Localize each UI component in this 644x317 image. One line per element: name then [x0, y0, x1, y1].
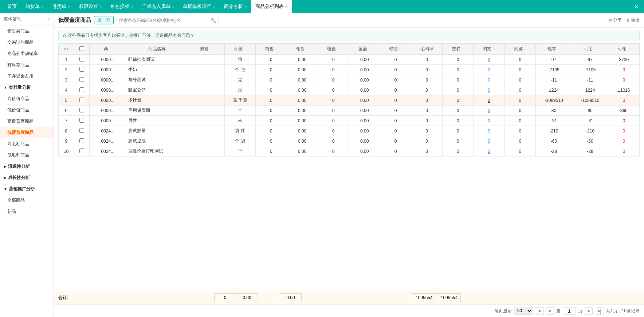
row-checkbox[interactable] — [74, 75, 90, 85]
sidebar-item-low-margin[interactable]: 低毛利商品 — [0, 150, 54, 161]
close-icon[interactable]: × — [244, 0, 247, 13]
sidebar-group-circulation[interactable]: ▶ 流通性分析 — [0, 161, 54, 172]
sidebar-item-low-coverage[interactable]: 低覆盖度商品 — [0, 127, 54, 138]
row-select[interactable] — [79, 98, 84, 102]
sidebar-item-sales-products[interactable]: 销售类商品 — [0, 25, 54, 37]
col-checkbox[interactable] — [74, 44, 90, 55]
row-browse1[interactable]: 0 — [474, 75, 504, 85]
row-select[interactable] — [79, 108, 84, 112]
row-browse1[interactable]: 0 — [474, 95, 504, 106]
select-all-checkbox[interactable] — [79, 46, 84, 51]
row-browse1[interactable]: 0 — [474, 136, 504, 146]
nav-item-permissions[interactable]: 权限设置 × — [75, 0, 106, 13]
col-sales3[interactable]: 销售... — [380, 44, 411, 55]
next-page-button[interactable]: > — [585, 307, 593, 315]
sidebar-item-new-products[interactable]: 新品 — [0, 206, 54, 217]
share-button[interactable]: ⎘ 分享 — [609, 17, 622, 23]
close-icon[interactable]: × — [41, 0, 43, 13]
col-code[interactable]: 商... — [90, 44, 126, 55]
nav-item-finished-goods[interactable]: 产成品入库单 × — [138, 0, 178, 13]
row-select[interactable] — [79, 87, 84, 92]
row-checkbox[interactable] — [74, 106, 90, 116]
row-select[interactable] — [79, 148, 84, 153]
row-select[interactable] — [79, 118, 84, 123]
col-browse2[interactable]: 浏览... — [504, 44, 535, 55]
close-icon[interactable]: × — [99, 0, 102, 13]
nav-item-product-analysis-list[interactable]: 商品分析列表 × — [251, 0, 292, 13]
close-icon[interactable]: × — [131, 0, 133, 13]
nav-item-template[interactable]: 单据模板设置 × — [178, 0, 219, 13]
col-cov1[interactable]: 覆盖... — [318, 44, 349, 55]
close-icon[interactable]: × — [213, 0, 215, 13]
col-name[interactable]: 商品名称 — [126, 44, 188, 55]
row-select[interactable] — [79, 128, 84, 133]
col-settings[interactable]: ⚙ — [59, 44, 74, 55]
sidebar-group-marketing[interactable]: ▼ 营销推广分析 — [0, 183, 54, 195]
col-available[interactable]: 可用... — [572, 44, 608, 55]
row-select[interactable] — [79, 67, 84, 72]
row-checkbox[interactable] — [74, 116, 90, 126]
nav-item-product-analysis[interactable]: 商品分析 × — [220, 0, 251, 13]
search-input[interactable] — [119, 18, 209, 23]
sidebar-item-high-value[interactable]: 高价值商品 — [0, 93, 54, 104]
row-checkbox[interactable] — [74, 65, 90, 75]
row-checkbox[interactable] — [74, 146, 90, 156]
close-icon[interactable]: × — [285, 0, 287, 13]
sidebar-item-high-margin[interactable]: 高毛利商品 — [0, 138, 54, 150]
sidebar-group-cluster[interactable]: ▼ 类群量分析 — [0, 82, 54, 93]
row-checkbox[interactable] — [74, 55, 90, 65]
close-all-button[interactable]: × — [632, 3, 641, 10]
col-spec[interactable]: 规格... — [188, 44, 225, 55]
col-gross[interactable]: 毛利率 — [411, 44, 442, 55]
row-browse1[interactable]: 0 — [474, 55, 504, 65]
nav-item-roles[interactable]: 角色授权 × — [106, 0, 137, 13]
row-cov1: 0 — [318, 75, 349, 85]
col-cov2[interactable]: 覆盖... — [349, 44, 380, 55]
nav-item-sales[interactable]: 销货单 × — [21, 0, 48, 13]
row-trade: 0 — [442, 146, 473, 156]
col-current[interactable]: 现有... — [536, 44, 572, 55]
chevron-down-icon: ▼ — [4, 86, 7, 90]
row-select[interactable] — [79, 57, 84, 62]
row-browse1[interactable]: 0 — [474, 116, 504, 126]
prev-page-button[interactable]: < — [546, 307, 554, 315]
col-sellable[interactable]: 可销... — [608, 44, 640, 55]
sidebar-item-all-products[interactable]: 全部商品 — [0, 195, 54, 206]
row-browse1[interactable]: 0 — [474, 65, 504, 75]
sidebar-item-low-value[interactable]: 低价值商品 — [0, 104, 54, 116]
row-browse1[interactable]: 0 — [474, 126, 504, 136]
row-select[interactable] — [79, 77, 84, 82]
search-icon[interactable]: 🔍 — [211, 18, 216, 23]
last-page-button[interactable]: >| — [595, 307, 604, 315]
row-checkbox[interactable] — [74, 126, 90, 136]
sidebar-item-in-stock[interactable]: 有库存商品 — [0, 59, 54, 71]
col-trade[interactable]: 交易... — [442, 44, 473, 55]
export-button[interactable]: ⬇ 导出 — [626, 17, 640, 23]
sidebar-item-high-coverage[interactable]: 高覆盖度商品 — [0, 116, 54, 127]
close-icon[interactable]: × — [172, 0, 174, 13]
row-browse1[interactable]: 0 — [474, 146, 504, 156]
row-browse1[interactable]: 0 — [474, 106, 504, 116]
sidebar-item-capital[interactable]: 库存资金占用 — [0, 71, 54, 82]
col-browse1[interactable]: 浏览... — [474, 44, 504, 55]
close-icon[interactable]: × — [68, 0, 70, 13]
row-checkbox[interactable] — [74, 95, 90, 106]
per-page-select[interactable]: 50 100 200 — [514, 307, 533, 315]
nav-item-purchase[interactable]: 进货单 × — [48, 0, 74, 13]
row-select[interactable] — [79, 138, 84, 143]
col-sales2[interactable]: 销售... — [287, 44, 318, 55]
first-page-button[interactable]: |< — [535, 307, 544, 315]
row-checkbox[interactable] — [74, 85, 90, 95]
col-sales1[interactable]: 销售... — [256, 44, 287, 55]
table-area: ⚙ 商... 商品名称 规格... 计量... 销售... 销售... 覆盖..… — [54, 43, 644, 291]
row-browse1[interactable]: 0 — [474, 85, 504, 95]
time-filter-month[interactable]: 近一月 — [94, 16, 114, 24]
collapse-icon[interactable]: « — [47, 17, 50, 22]
page-number-input[interactable] — [563, 307, 576, 315]
nav-item-home[interactable]: 首页 — [3, 0, 21, 13]
sidebar-item-traded-products[interactable]: 交易过的商品 — [0, 37, 54, 48]
row-checkbox[interactable] — [74, 136, 90, 146]
sidebar-group-growth[interactable]: ▶ 成长性分析 — [0, 172, 54, 183]
col-unit[interactable]: 计量... — [224, 44, 255, 55]
sidebar-item-category-rate[interactable]: 商品分类动销率 — [0, 48, 54, 59]
